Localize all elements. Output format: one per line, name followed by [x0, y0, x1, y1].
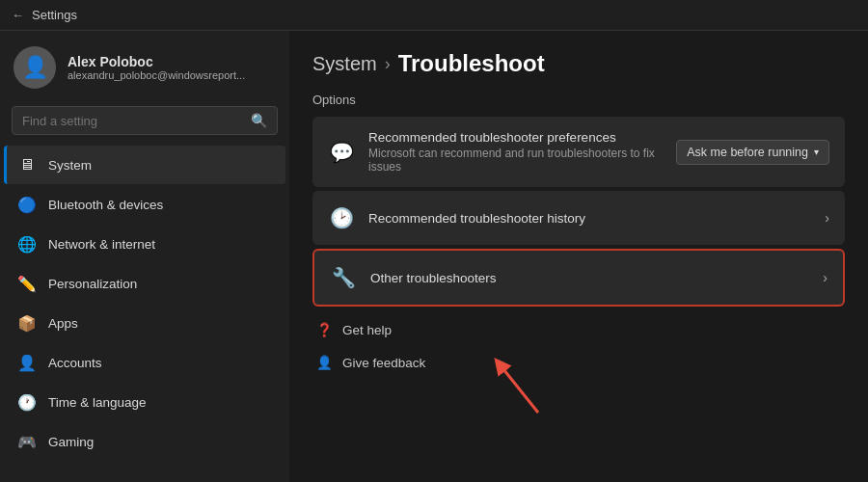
nav-icon-accounts: 👤 [17, 353, 37, 372]
bottom-links: ❓ Get help 👤 Give feedback [312, 314, 845, 378]
avatar-icon: 👤 [22, 55, 48, 80]
settings-list: 💬 Recommended troubleshooter preferences… [312, 117, 845, 307]
user-email: alexandru_poloboc@windowsreport... [68, 69, 245, 81]
card-text-recommended-history: Recommended troubleshooter history [368, 211, 811, 226]
card-text-recommended-prefs: Recommended troubleshooter preferences M… [368, 130, 663, 174]
setting-card-recommended-prefs[interactable]: 💬 Recommended troubleshooter preferences… [312, 117, 845, 187]
search-box[interactable]: 🔍 [12, 106, 278, 135]
chevron-icon-recommended-history: › [825, 210, 829, 226]
nav-label-system: System [48, 158, 92, 173]
bottom-link-icon-get-help: ❓ [316, 322, 333, 337]
user-info: Alex Poloboc alexandru_poloboc@windowsre… [68, 54, 245, 81]
breadcrumb-arrow: › [385, 54, 391, 74]
title-bar-text: Settings [32, 8, 77, 22]
card-title-recommended-prefs: Recommended troubleshooter preferences [368, 130, 663, 145]
bottom-link-give-feedback[interactable]: 👤 Give feedback [312, 347, 845, 378]
nav-label-network: Network & internet [48, 237, 155, 252]
sidebar-item-network[interactable]: 🌐 Network & internet [4, 225, 285, 263]
search-input[interactable] [22, 114, 243, 128]
search-container: 🔍 [0, 102, 289, 145]
nav-icon-network: 🌐 [17, 234, 37, 254]
nav-label-bluetooth: Bluetooth & devices [48, 198, 163, 212]
card-icon-recommended-prefs: 💬 [328, 139, 355, 166]
card-icon-other-troubleshooters: 🔧 [330, 264, 357, 291]
sidebar-item-time[interactable]: 🕐 Time & language [4, 383, 285, 421]
nav-label-apps: Apps [48, 316, 78, 331]
title-bar: ← Settings [0, 0, 868, 31]
card-subtitle-recommended-prefs: Microsoft can recommend and run troubles… [368, 147, 663, 174]
dropdown-btn-recommended-prefs[interactable]: Ask me before running ▾ [676, 140, 829, 165]
nav-icon-system: 🖥 [17, 155, 37, 174]
card-title-recommended-history: Recommended troubleshooter history [368, 211, 811, 226]
bottom-link-label-give-feedback: Give feedback [342, 356, 425, 370]
user-profile[interactable]: 👤 Alex Poloboc alexandru_poloboc@windows… [0, 31, 289, 102]
avatar: 👤 [14, 46, 56, 89]
search-icon: 🔍 [251, 113, 267, 128]
bottom-link-label-get-help: Get help [342, 323, 392, 337]
options-label: Options [312, 93, 845, 107]
sidebar-item-system[interactable]: 🖥 System [4, 146, 285, 184]
sidebar-item-personalization[interactable]: ✏️ Personalization [4, 264, 285, 303]
card-icon-recommended-history: 🕑 [328, 204, 355, 231]
nav-icon-personalization: ✏️ [17, 274, 37, 293]
main-layout: 👤 Alex Poloboc alexandru_poloboc@windows… [0, 31, 868, 482]
bottom-link-get-help[interactable]: ❓ Get help [312, 314, 845, 345]
nav-icon-bluetooth: 🔵 [17, 195, 37, 214]
breadcrumb: System › Troubleshoot [312, 50, 845, 77]
user-name: Alex Poloboc [68, 54, 245, 69]
setting-card-other-troubleshooters[interactable]: 🔧 Other troubleshooters › [312, 249, 845, 307]
chevron-icon-other-troubleshooters: › [823, 270, 827, 285]
sidebar-item-bluetooth[interactable]: 🔵 Bluetooth & devices [4, 185, 285, 224]
sidebar-item-gaming[interactable]: 🎮 Gaming [4, 422, 285, 461]
back-button[interactable]: ← [12, 8, 24, 22]
content-area: System › Troubleshoot Options 💬 Recommen… [289, 31, 868, 482]
sidebar-item-accounts[interactable]: 👤 Accounts [4, 343, 285, 382]
breadcrumb-current: Troubleshoot [398, 50, 545, 77]
breadcrumb-system: System [312, 53, 377, 75]
bottom-link-icon-give-feedback: 👤 [316, 355, 333, 370]
nav-label-personalization: Personalization [48, 277, 137, 291]
nav-icon-time: 🕐 [17, 392, 37, 412]
nav-label-accounts: Accounts [48, 356, 102, 370]
card-title-other-troubleshooters: Other troubleshooters [370, 271, 809, 285]
nav-icon-gaming: 🎮 [17, 432, 37, 451]
card-right-recommended-prefs: Ask me before running ▾ [676, 140, 829, 165]
sidebar-item-apps[interactable]: 📦 Apps [4, 304, 285, 342]
nav-icon-apps: 📦 [17, 313, 37, 333]
nav-list: 🖥 System 🔵 Bluetooth & devices 🌐 Network… [0, 145, 289, 462]
nav-label-gaming: Gaming [48, 435, 94, 449]
card-text-other-troubleshooters: Other troubleshooters [370, 271, 809, 285]
setting-card-recommended-history[interactable]: 🕑 Recommended troubleshooter history › [312, 191, 845, 245]
sidebar: 👤 Alex Poloboc alexandru_poloboc@windows… [0, 31, 289, 482]
card-right-recommended-history: › [825, 210, 829, 226]
nav-label-time: Time & language [48, 395, 147, 410]
card-right-other-troubleshooters: › [823, 270, 827, 285]
